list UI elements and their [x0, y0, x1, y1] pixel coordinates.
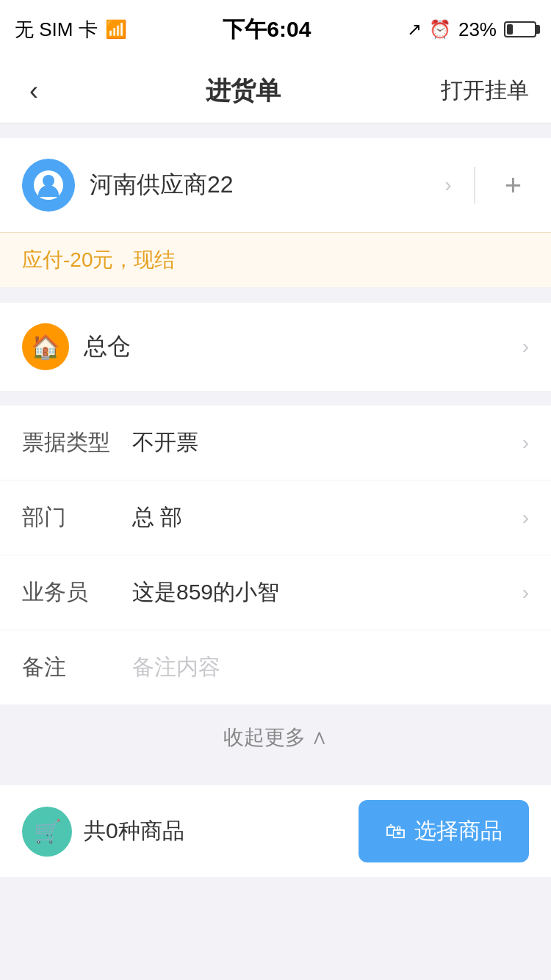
supplier-right-actions: › + [444, 167, 529, 203]
select-product-icon: 🛍 [385, 819, 406, 843]
battery-text: 23% [458, 18, 497, 41]
salesman-label: 业务员 [22, 577, 125, 608]
select-product-button[interactable]: 🛍 选择商品 [359, 800, 529, 862]
remark-label: 备注 [22, 652, 125, 682]
alarm-icon: ⏰ [429, 19, 451, 40]
warehouse-divider [0, 287, 551, 302]
wifi-icon: 📶 [105, 19, 127, 40]
collapse-row[interactable]: 收起更多 ∧ [0, 705, 551, 771]
invoice-value: 不开票 [132, 428, 522, 458]
warehouse-icon-wrap: 🏠 [22, 323, 69, 370]
open-pending-button[interactable]: 打开挂单 [441, 76, 529, 106]
department-row[interactable]: 部门 总 部 › [0, 480, 551, 555]
status-time: 下午6:04 [223, 15, 311, 45]
carrier-text: 无 SIM 卡 [15, 17, 98, 43]
supplier-row[interactable]: 河南供应商22 › + [0, 138, 551, 232]
status-right: ↗ ⏰ 23% [407, 18, 536, 41]
salesman-chevron-icon: › [522, 581, 529, 605]
supplier-section: 河南供应商22 › + 应付-20元，现结 [0, 138, 551, 287]
vertical-divider [474, 167, 475, 203]
invoice-type-row[interactable]: 票据类型 不开票 › [0, 406, 551, 480]
invoice-label: 票据类型 [22, 428, 125, 458]
invoice-chevron-icon: › [522, 431, 529, 455]
salesman-value: 这是859的小智 [132, 577, 522, 608]
warehouse-row[interactable]: 🏠 总仓 › [0, 302, 551, 391]
add-icon[interactable]: + [497, 169, 529, 202]
department-value: 总 部 [132, 502, 522, 533]
warehouse-section: 🏠 总仓 › [0, 302, 551, 391]
remark-row[interactable]: 备注 备注内容 [0, 630, 551, 705]
product-count-text: 共0种商品 [84, 816, 184, 846]
salesman-row[interactable]: 业务员 这是859的小智 › [0, 555, 551, 630]
warehouse-icon: 🏠 [31, 333, 60, 361]
remark-input[interactable]: 备注内容 [132, 652, 529, 682]
product-count-wrap: 🛒 共0种商品 [22, 807, 184, 857]
department-label: 部门 [22, 502, 125, 533]
supplier-avatar [22, 159, 75, 212]
collapse-text: 收起更多 ∧ [223, 724, 328, 752]
page-background [0, 877, 551, 980]
chevron-right-icon: › [444, 173, 451, 197]
product-icon-wrap: 🛒 [22, 807, 72, 857]
warehouse-name: 总仓 [84, 331, 522, 363]
battery-fill [507, 24, 513, 35]
battery-bar [504, 21, 536, 37]
top-divider [0, 123, 551, 138]
warehouse-chevron-icon: › [522, 335, 529, 359]
location-icon: ↗ [407, 19, 422, 40]
alert-row: 应付-20元，现结 [0, 232, 551, 287]
alert-text: 应付-20元，现结 [22, 248, 175, 271]
nav-bar: ‹ 进货单 打开挂单 [0, 59, 551, 123]
page-title: 进货单 [206, 74, 281, 108]
status-bar: 无 SIM 卡 📶 下午6:04 ↗ ⏰ 23% [0, 0, 551, 59]
battery-indicator [504, 21, 536, 37]
status-carrier: 无 SIM 卡 📶 [15, 17, 127, 43]
form-section: 票据类型 不开票 › 部门 总 部 › 业务员 这是859的小智 › 备注 备注… [0, 406, 551, 705]
avatar-icon [34, 170, 63, 200]
department-chevron-icon: › [522, 506, 529, 530]
back-button[interactable]: ‹ [22, 68, 46, 114]
bottom-bar: 🛒 共0种商品 🛍 选择商品 [0, 785, 551, 877]
supplier-name: 河南供应商22 [90, 169, 444, 201]
product-icon: 🛒 [34, 818, 61, 844]
select-product-label: 选择商品 [414, 816, 503, 846]
